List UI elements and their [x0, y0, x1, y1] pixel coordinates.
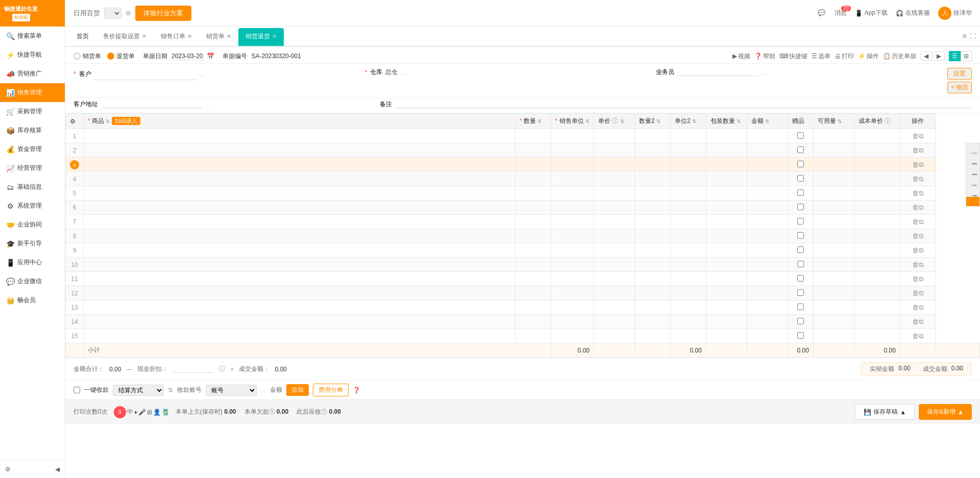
radio-sales[interactable]: 销货单 — [74, 52, 101, 61]
goods-input[interactable] — [88, 161, 511, 168]
salesperson-dots[interactable]: ... — [762, 69, 767, 76]
status-icon-1[interactable]: S — [114, 406, 126, 418]
available-cell[interactable] — [813, 200, 854, 215]
copy-row-btn[interactable]: ⧉ — [919, 304, 923, 311]
gift-cell[interactable] — [788, 215, 813, 229]
delete-row-btn[interactable]: 🗑 — [912, 289, 919, 297]
calendar-icon[interactable]: 📅 — [207, 53, 214, 60]
sidebar-item-search[interactable]: 🔍 搜索菜单 — [0, 27, 65, 45]
copy-row-btn[interactable]: ⧉ — [919, 204, 923, 211]
unit2-cell[interactable] — [670, 286, 706, 300]
qty2-cell[interactable] — [634, 129, 670, 143]
delete-row-btn[interactable]: 🗑 — [912, 318, 919, 325]
qty-sort-icon[interactable]: ⇅ — [537, 118, 542, 124]
qty-cell[interactable] — [515, 129, 551, 143]
calc-sort-icon[interactable]: ⇅ — [168, 387, 173, 394]
qty-cell[interactable] — [515, 243, 551, 258]
qty2-cell[interactable] — [634, 172, 670, 186]
gift-checkbox[interactable] — [797, 218, 804, 224]
price-cell[interactable] — [594, 300, 634, 315]
qty2-sort-icon[interactable]: ⇅ — [656, 118, 660, 124]
unit-cell[interactable] — [551, 129, 594, 143]
delete-row-btn[interactable]: 🗑 — [912, 232, 919, 240]
amount-cell[interactable] — [747, 315, 788, 329]
gift-cell[interactable] — [788, 286, 813, 300]
price-cell[interactable] — [594, 286, 634, 300]
experience-button[interactable]: 体验行业方案 — [135, 6, 191, 21]
sidebar-item-member[interactable]: 👑 畅会员 — [0, 291, 65, 310]
qty-cell[interactable] — [515, 329, 551, 343]
gift-cell[interactable] — [788, 258, 813, 272]
fee-allocation-btn[interactable]: 费用分摊 — [313, 384, 349, 396]
print-btn[interactable]: 🖨 打印 — [835, 52, 854, 61]
collapse-icon[interactable]: ◀ — [55, 466, 60, 473]
copy-row-btn[interactable]: ⧉ — [919, 146, 923, 154]
gift-checkbox[interactable] — [797, 161, 804, 167]
address-dots[interactable]: ... — [206, 101, 211, 108]
status-icon-2[interactable]: 中 — [127, 408, 133, 416]
gift-checkbox[interactable] — [797, 232, 804, 239]
sidebar-item-sales[interactable]: 📊 销售管理 — [0, 83, 65, 102]
discount-input[interactable] — [173, 365, 214, 373]
add-payment-btn[interactable]: 添加 — [286, 384, 309, 396]
save-draft-button[interactable]: 💾 保存草稿 ▲ — [855, 404, 915, 420]
amount-cell[interactable] — [747, 229, 788, 243]
qty2-cell[interactable] — [634, 315, 670, 329]
cost-cell[interactable] — [854, 300, 900, 315]
rfloat-msg-btn[interactable]: 消息 — [966, 143, 980, 153]
unit2-cell[interactable] — [670, 143, 706, 158]
sidebar-item-collab[interactable]: 🤝 企业协同 — [0, 215, 65, 234]
gift-cell[interactable] — [788, 315, 813, 329]
price-cell[interactable] — [594, 329, 634, 343]
qty-cell[interactable] — [515, 258, 551, 272]
unit2-cell[interactable] — [670, 215, 706, 229]
qty-cell[interactable] — [515, 172, 551, 186]
qty2-cell[interactable] — [634, 286, 670, 300]
sidebar-item-operations[interactable]: 📈 经营管理 — [0, 159, 65, 178]
amount-sort-icon[interactable]: ⇅ — [765, 118, 769, 124]
pack-cell[interactable] — [706, 158, 747, 172]
customer-dots[interactable]: ... — [200, 70, 205, 78]
price-cell[interactable] — [594, 258, 634, 272]
calc-method-select[interactable]: 结算方式 — [113, 385, 164, 396]
copy-row-btn[interactable]: ⧉ — [919, 332, 923, 340]
customer-input[interactable] — [94, 68, 197, 80]
pack-cell[interactable] — [706, 143, 747, 158]
delete-row-btn[interactable]: 🗑 — [912, 246, 919, 254]
cost-cell[interactable] — [854, 286, 900, 300]
amount-cell[interactable] — [747, 186, 788, 200]
goods-cell[interactable] — [84, 300, 516, 315]
amount-cell[interactable] — [747, 286, 788, 300]
warehouse-dots[interactable]: ... — [401, 69, 406, 76]
cost-cell[interactable] — [854, 329, 900, 343]
add-row-btn[interactable]: + — [70, 160, 79, 169]
pack-cell[interactable] — [706, 129, 747, 143]
unit-cell[interactable] — [551, 172, 594, 186]
sidebar-item-basics[interactable]: 🗂 基础信息 — [0, 178, 65, 196]
unit2-cell[interactable] — [670, 243, 706, 258]
qty-cell[interactable] — [515, 272, 551, 286]
sidebar-item-marketing[interactable]: 📣 营销推广 — [0, 64, 65, 83]
price-cell[interactable] — [594, 186, 634, 200]
topbar-nav-dropdown[interactable] — [104, 8, 121, 19]
unit2-cell[interactable] — [670, 229, 706, 243]
unit2-cell[interactable] — [670, 258, 706, 272]
amount-cell[interactable] — [747, 158, 788, 172]
unit-cell[interactable] — [551, 272, 594, 286]
copy-row-btn[interactable]: ⧉ — [919, 218, 923, 225]
online-service-btn[interactable]: 🎧 在线客服 — [896, 9, 930, 17]
copy-row-btn[interactable]: ⧉ — [919, 289, 923, 297]
sidebar-item-quicknav[interactable]: ⚡ 快捷导航 — [0, 45, 65, 64]
qty2-cell[interactable] — [634, 158, 670, 172]
copy-row-btn[interactable]: ⧉ — [919, 275, 923, 283]
close-all-tabs-icon[interactable]: ✕ — [962, 32, 968, 40]
qty-cell[interactable] — [515, 300, 551, 315]
goods-cell[interactable] — [84, 243, 516, 258]
pack-cell[interactable] — [706, 229, 747, 243]
unit-cell[interactable] — [551, 143, 594, 158]
qty2-cell[interactable] — [634, 200, 670, 215]
price-cell[interactable] — [594, 129, 634, 143]
copy-row-btn[interactable]: ⧉ — [919, 318, 923, 325]
pack-cell[interactable] — [706, 329, 747, 343]
cost-cell[interactable] — [854, 143, 900, 158]
